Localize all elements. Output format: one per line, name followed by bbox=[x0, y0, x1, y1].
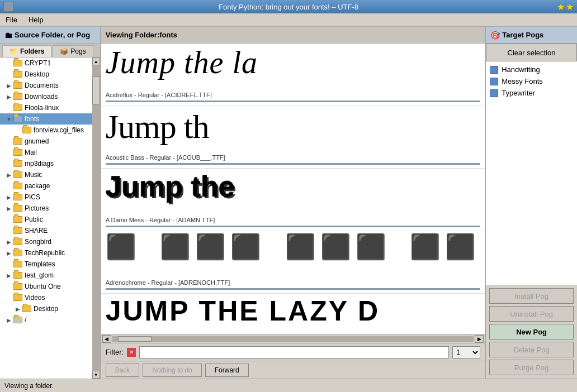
tree-expander[interactable]: ▶ bbox=[4, 239, 13, 245]
tree-item[interactable]: mp3diags bbox=[0, 158, 100, 169]
tree-item[interactable]: ▶Downloads bbox=[0, 91, 100, 102]
right-action-button: Delete Pog bbox=[489, 342, 574, 357]
tree-item-label: Desktop bbox=[34, 305, 58, 313]
font-entry[interactable]: Jump theA Damn Mess - Regular - [ADAMN.T… bbox=[101, 169, 485, 231]
pog-item[interactable]: Typewriter bbox=[488, 87, 575, 99]
tree-item[interactable]: gnumed bbox=[0, 136, 100, 147]
tree-item[interactable]: Ubuntu One bbox=[0, 281, 100, 292]
scroll-track-h[interactable] bbox=[112, 336, 474, 342]
tree-item[interactable]: ▶Desktop bbox=[0, 303, 100, 314]
tree-item-label: package bbox=[25, 182, 50, 190]
tree-expander[interactable]: ▶ bbox=[4, 172, 13, 178]
tree-expander[interactable]: ▶ bbox=[4, 83, 13, 89]
tree-item[interactable]: ▶Documents bbox=[0, 80, 100, 91]
tree-item[interactable]: Videos bbox=[0, 292, 100, 303]
right-action-button: Purge Pog bbox=[489, 360, 574, 375]
tree-item-label: Pictures bbox=[25, 204, 49, 212]
tree-item-label: test_glom bbox=[25, 271, 54, 279]
tree-item[interactable]: SHARE bbox=[0, 225, 100, 236]
folder-icon bbox=[22, 305, 31, 312]
tree-item[interactable]: Templates bbox=[0, 259, 100, 270]
tree-item[interactable]: ▶Songbird bbox=[0, 236, 100, 247]
tree-item[interactable]: ▶Pictures bbox=[0, 203, 100, 214]
tree-item-label: Videos bbox=[25, 294, 45, 302]
pog-item[interactable]: Handwriting bbox=[488, 64, 575, 75]
right-buttons: Install PogUninstall PogNew PogDelete Po… bbox=[486, 285, 577, 379]
tabs-row: 📁 Folders 📦 Pogs bbox=[0, 44, 100, 58]
tree-expander[interactable]: ▶ bbox=[4, 317, 13, 323]
tree-item-label: PICS bbox=[25, 193, 40, 201]
font-entry[interactable]: Jump the laAcidreflux - Regular - [ACIDR… bbox=[101, 44, 485, 106]
tree-expander[interactable]: ▶ bbox=[4, 94, 13, 100]
menu-help[interactable]: Help bbox=[25, 15, 47, 25]
tree-scroll-up[interactable]: ▲ bbox=[92, 58, 100, 65]
font-entry[interactable]: Jump thAcoustic Bass - Regular - [ACOUB_… bbox=[101, 106, 485, 169]
tree-item[interactable]: Floola-linux bbox=[0, 102, 100, 113]
font-list[interactable]: Jump the laAcidreflux - Regular - [ACIDR… bbox=[101, 44, 485, 334]
font-entry[interactable]: Jump the Lazy d bbox=[101, 294, 485, 334]
folder-icon bbox=[13, 171, 22, 178]
folders-icon: 📁 bbox=[10, 47, 18, 55]
tree-item[interactable]: Mail bbox=[0, 147, 100, 158]
tree-item[interactable]: ▶test_glom bbox=[0, 270, 100, 281]
tree-expander[interactable]: ▶ bbox=[4, 205, 13, 212]
font-label: Adrenochrome - Regular - [ADRENOCH.TTF] bbox=[106, 278, 480, 287]
tree-item[interactable]: Public bbox=[0, 214, 100, 225]
target-header: 🎯 Target Pogs bbox=[486, 27, 577, 44]
scrollbar-horizontal[interactable]: ◀ ▶ bbox=[101, 334, 485, 343]
tree-item[interactable]: CRYPT1 bbox=[0, 58, 100, 69]
font-preview: Jump the bbox=[106, 171, 480, 216]
pog-item-label: Typewriter bbox=[502, 89, 535, 97]
forward-button[interactable]: Forward bbox=[205, 364, 249, 377]
tree-item[interactable]: fontview.cgi_files bbox=[0, 125, 100, 136]
tree-item-label: Songbird bbox=[25, 238, 51, 246]
tree-expander[interactable]: ▶ bbox=[4, 250, 13, 256]
tree-item[interactable]: ▼fonts bbox=[0, 113, 100, 125]
right-panel: 🎯 Target Pogs Clear selection Handwritin… bbox=[485, 27, 577, 379]
tree-scroll-thumb[interactable] bbox=[92, 77, 100, 104]
tree-expander[interactable]: ▶ bbox=[4, 194, 13, 200]
tree-item[interactable]: ▶/ bbox=[0, 314, 100, 326]
tree-item-label: Desktop bbox=[25, 70, 49, 78]
tree-scroll-down[interactable]: ▼ bbox=[92, 371, 100, 379]
filter-input[interactable] bbox=[139, 346, 449, 358]
menu-file[interactable]: File bbox=[2, 15, 21, 25]
font-preview: Jump the Lazy d bbox=[106, 296, 480, 334]
tree-scroll-track[interactable] bbox=[92, 65, 100, 371]
right-action-button: Install Pog bbox=[489, 288, 574, 304]
font-label: A Damn Mess - Regular - [ADAMN.TTF] bbox=[106, 216, 480, 224]
clear-selection-button[interactable]: Clear selection bbox=[486, 44, 577, 61]
tree-expander[interactable]: ▶ bbox=[13, 306, 22, 312]
filter-clear-button[interactable]: ✕ bbox=[127, 348, 136, 357]
right-action-button[interactable]: New Pog bbox=[489, 324, 574, 340]
back-button[interactable]: Back bbox=[106, 364, 140, 377]
viewing-header: Viewing Folder:fonts bbox=[101, 27, 485, 44]
tree-item[interactable]: ▶PICS bbox=[0, 192, 100, 203]
pogs-icon: 📦 bbox=[60, 47, 68, 55]
filter-count-select[interactable]: 1 2 3 bbox=[452, 346, 480, 358]
folder-icon bbox=[22, 127, 31, 133]
tree-item-label: fontview.cgi_files bbox=[34, 126, 84, 134]
left-panel: 🖿 Source Folder, or Pog 📁 Folders 📦 Pogs… bbox=[0, 27, 101, 379]
tree-item-label: / bbox=[25, 316, 26, 324]
font-preview: Jump the la bbox=[106, 46, 480, 90]
tree-item[interactable]: ▶TechRepublic bbox=[0, 247, 100, 259]
tree-expander[interactable]: ▶ bbox=[4, 273, 13, 279]
tree-item[interactable]: package bbox=[0, 180, 100, 192]
tree-item-label: Templates bbox=[25, 260, 55, 268]
scroll-right[interactable]: ▶ bbox=[475, 335, 484, 343]
scroll-left[interactable]: ◀ bbox=[102, 335, 111, 343]
font-entry[interactable]: ⬛ ⬛⬛⬛ ⬛⬛⬛ ⬛⬛Adrenochrome - Regular - [AD… bbox=[101, 231, 485, 294]
tree-container[interactable]: CRYPT1Desktop▶Documents▶DownloadsFloola-… bbox=[0, 58, 100, 379]
tree-item[interactable]: Desktop bbox=[0, 69, 100, 80]
target-icon: 🎯 bbox=[490, 31, 500, 40]
nothing-button: Nothing to do bbox=[143, 364, 201, 377]
star-icon-1: ★ bbox=[557, 2, 565, 12]
tab-pogs[interactable]: 📦 Pogs bbox=[53, 45, 93, 57]
tree-expander[interactable]: ▼ bbox=[4, 116, 13, 122]
pog-item[interactable]: Messy Fonts bbox=[488, 75, 575, 87]
tree-item-label: TechRepublic bbox=[25, 249, 65, 257]
scroll-thumb-h[interactable] bbox=[118, 336, 152, 342]
tab-folders[interactable]: 📁 Folders bbox=[2, 45, 51, 57]
tree-item[interactable]: ▶Music bbox=[0, 169, 100, 180]
